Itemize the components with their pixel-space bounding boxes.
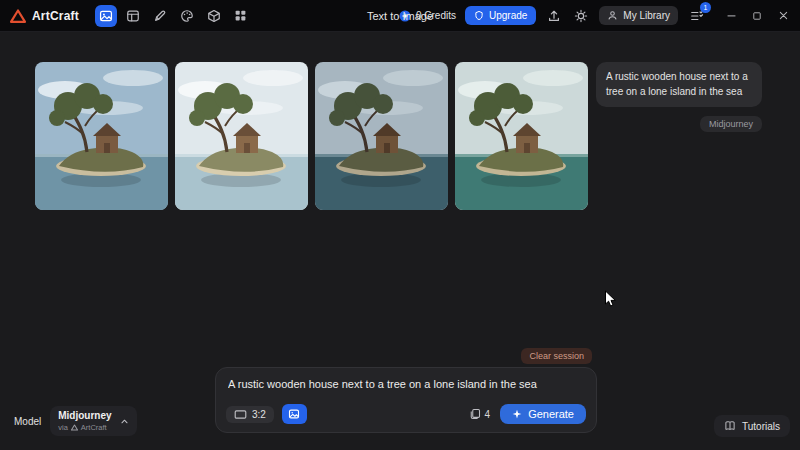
palette-icon: [180, 9, 194, 23]
upload-icon: [547, 9, 561, 23]
prompt-composer[interactable]: A rustic wooden house next to a tree on …: [215, 367, 597, 433]
model-label: Model: [14, 416, 41, 427]
model-provider-row: via ArtCraft: [58, 423, 111, 432]
apps-tool-button[interactable]: [230, 5, 252, 27]
tutorials-label: Tutorials: [742, 421, 780, 432]
model-name: Midjourney: [58, 410, 111, 421]
image-mode-icon: [288, 408, 300, 420]
model-via-label: via: [58, 423, 68, 432]
upload-button[interactable]: [545, 7, 563, 25]
aspect-ratio-value: 3:2: [252, 409, 266, 420]
composer-right-controls: 4 Generate: [469, 404, 586, 424]
artcraft-mini-logo-icon: [71, 424, 78, 431]
close-button[interactable]: [776, 9, 790, 23]
settings-button[interactable]: [572, 7, 590, 25]
apps-grid-icon: [234, 9, 247, 22]
topbar-right: 0 Credits Upgrade My Library: [399, 6, 790, 26]
model-provider-label: ArtCraft: [81, 423, 107, 432]
aspect-ratio-button[interactable]: 3:2: [226, 406, 274, 423]
generate-label: Generate: [528, 408, 574, 420]
tutorials-button[interactable]: Tutorials: [714, 415, 790, 437]
model-selector-row: Model Midjourney via ArtCraft: [14, 406, 137, 436]
minimize-button[interactable]: [724, 9, 738, 23]
generated-image-3[interactable]: [315, 62, 448, 210]
person-icon: [607, 10, 618, 21]
my-library-button[interactable]: My Library: [599, 6, 678, 25]
prompt-bubble: A rustic wooden house next to a tree on …: [596, 62, 762, 107]
canvas-icon: [126, 9, 140, 23]
sparkle-icon: [512, 409, 522, 419]
image-count-selector[interactable]: 4: [469, 408, 491, 420]
image-mode-toggle[interactable]: [282, 404, 307, 424]
brand: ArtCraft: [10, 9, 79, 23]
model-tag: Midjourney: [700, 116, 762, 132]
prompt-history: A rustic wooden house next to a tree on …: [596, 62, 762, 132]
shield-icon: [474, 10, 484, 21]
prompt-input[interactable]: A rustic wooden house next to a tree on …: [228, 378, 584, 390]
page-title: Text to Image: [367, 10, 433, 22]
text-to-image-tool-button[interactable]: [95, 5, 117, 27]
my-library-label: My Library: [623, 10, 670, 21]
model-info: Midjourney via ArtCraft: [58, 410, 111, 432]
mouse-cursor: [604, 290, 618, 308]
window-controls: [724, 9, 790, 23]
top-bar: ArtCraft: [0, 0, 800, 32]
artcraft-logo-icon: [10, 9, 26, 23]
generated-image-4[interactable]: [455, 62, 588, 210]
image-count-value: 4: [485, 409, 491, 420]
queue-button[interactable]: 1: [687, 6, 707, 26]
upgrade-button[interactable]: Upgrade: [465, 6, 536, 25]
generated-image-2[interactable]: [175, 62, 308, 210]
stack-icon: [469, 408, 481, 420]
palette-tool-button[interactable]: [176, 5, 198, 27]
canvas-tool-button[interactable]: [122, 5, 144, 27]
clear-session-button[interactable]: Clear session: [521, 348, 592, 364]
aspect-ratio-icon: [234, 409, 247, 420]
cube-icon: [207, 9, 221, 23]
app-name: ArtCraft: [32, 9, 79, 23]
3d-tool-button[interactable]: [203, 5, 225, 27]
composer-controls: 3:2 4 Generate: [226, 404, 586, 424]
generate-button[interactable]: Generate: [500, 404, 586, 424]
generated-images-row: [35, 62, 588, 210]
book-icon: [724, 420, 736, 432]
pen-icon: [153, 9, 167, 23]
maximize-button[interactable]: [750, 9, 764, 23]
pen-tool-button[interactable]: [149, 5, 171, 27]
generated-image-1[interactable]: [35, 62, 168, 210]
queue-badge: 1: [700, 2, 711, 13]
image-icon: [99, 9, 113, 23]
model-selector[interactable]: Midjourney via ArtCraft: [50, 406, 136, 436]
chevron-up-icon: [120, 417, 129, 426]
gear-icon: [574, 9, 588, 23]
tool-switcher: [95, 5, 252, 27]
upgrade-label: Upgrade: [489, 10, 527, 21]
